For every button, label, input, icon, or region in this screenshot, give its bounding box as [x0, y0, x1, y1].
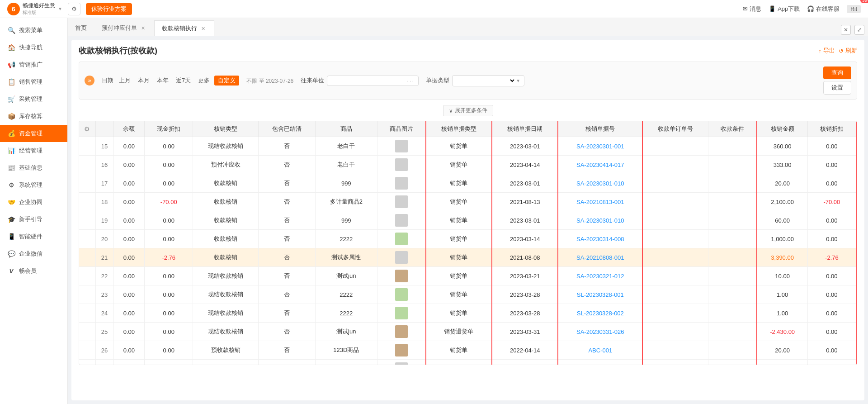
sidebar-item-operation[interactable]: 📊 经营管理 [0, 142, 67, 159]
table-row: 18 0.00 -70.00 收款核销 否 多计量商品2 销货单 2021-08… [79, 193, 856, 211]
col-bill-no-cell[interactable]: SL-20230328-001 [558, 285, 642, 304]
sidebar-item-label: 营销推广 [19, 61, 42, 69]
col-num-cell: 21 [95, 248, 113, 267]
sidebar-item-inventory[interactable]: 📦 库存核算 [0, 108, 67, 125]
filter-settings-button[interactable]: 设置 [823, 81, 851, 95]
col-bill-no-cell[interactable]: SA-20210808-001 [558, 248, 642, 267]
col-cancel-amount-cell: -2,430.00 [757, 323, 807, 341]
sidebar-item-member[interactable]: V 畅会员 [0, 262, 67, 280]
col-goods-cell: 999 [316, 211, 377, 230]
partner-input-wrap: ··· [327, 76, 419, 86]
date-jin7[interactable]: 近7天 [173, 76, 193, 86]
col-include-closed-header: 包含已结清 [259, 121, 316, 137]
col-bill-type-cell: 销货单 [426, 211, 492, 230]
date-nian[interactable]: 本年 [154, 76, 171, 86]
col-bill-type-cell: 销货单 [426, 174, 492, 193]
tab-prepay-close[interactable]: ✕ [140, 25, 146, 32]
col-bill-no-cell[interactable]: SA-20230321-012 [558, 267, 642, 285]
col-settings-header[interactable]: ⚙ [79, 121, 95, 137]
col-bill-no-cell[interactable]: SA-20230414-017 [558, 156, 642, 174]
col-receipt-order-cell [642, 360, 708, 366]
sidebar-item-label: 经营管理 [19, 147, 42, 155]
table-row: 21 0.00 -2.76 收款核销 否 测试多属性 销货单 2021-08-0… [79, 248, 856, 267]
tab-home[interactable]: 首页 [68, 20, 94, 36]
col-include-closed-cell: 否 [259, 193, 316, 211]
app-download-button[interactable]: 📱 App下载 [769, 5, 800, 13]
partner-input[interactable] [331, 77, 407, 84]
col-cancel-type-cell: 现结收款核销 [193, 304, 259, 323]
export-icon: ↑ [819, 48, 822, 54]
date-geng[interactable]: 更多 [195, 76, 212, 86]
sidebar-item-hardware[interactable]: 📱 智能硬件 [0, 228, 67, 245]
user-name[interactable]: Rit [847, 5, 861, 13]
date-shang[interactable]: 上月 [116, 76, 133, 86]
headphone-icon: 🎧 [807, 5, 814, 12]
col-bill-date-cell: 2023-03-14 [492, 230, 558, 248]
col-goods-cell: 老白干 [316, 156, 377, 174]
page-title-row: 收款核销执行(按收款) ↑ 导出 ↺ 刷新 [79, 45, 857, 56]
tab-receipt-close[interactable]: ✕ [200, 25, 207, 32]
sidebar-item-purchase[interactable]: 🛒 采购管理 [0, 90, 67, 108]
tab-expand-button[interactable]: ⤢ [854, 25, 864, 35]
sidebar-item-label: 库存核算 [19, 112, 42, 120]
col-cash-discount-cell: 0.00 [145, 304, 193, 323]
col-bill-no-cell[interactable]: SA-20230301-001 [558, 137, 642, 156]
settings-icon[interactable]: ⚙ [68, 3, 80, 15]
sidebar-item-system[interactable]: ⚙ 系统管理 [0, 176, 67, 194]
order-type-select[interactable] [456, 77, 516, 85]
col-bill-no-cell[interactable]: SA-20230331-026 [558, 323, 642, 341]
col-bill-no-cell[interactable]: ABC-001 [558, 341, 642, 360]
col-cancel-discount-cell: 0.00 [807, 174, 856, 193]
industry-button[interactable]: 休验行业方案 [86, 3, 132, 15]
col-include-closed-cell: 否 [259, 137, 316, 156]
col-bill-type-cell: 销货单 [426, 267, 492, 285]
sidebar-item-guide[interactable]: 🎓 新手引导 [0, 211, 67, 228]
col-goods-header: 商品 [316, 121, 377, 137]
chevron-down-icon: ∨ [449, 108, 453, 114]
sidebar-item-sales[interactable]: 📋 销售管理 [0, 73, 67, 90]
partner-dots[interactable]: ··· [407, 77, 415, 84]
col-balance-cell: 0.00 [113, 323, 145, 341]
col-include-closed-cell: 否 [259, 360, 316, 366]
col-goods-cell: 衣服00001 [316, 360, 377, 366]
sidebar-item-enterprise[interactable]: 🤝 企业协同 [0, 194, 67, 211]
online-service-button[interactable]: 🎧 在线客服 [807, 5, 840, 13]
home-icon: 🏠 [7, 43, 15, 52]
col-bill-no-cell[interactable]: SL-20230328-002 [558, 304, 642, 323]
col-bill-no-cell[interactable]: SA-20230301-010 [558, 211, 642, 230]
sidebar-item-finance[interactable]: 💰 资金管理 [0, 125, 67, 142]
expand-more-button[interactable]: ∨ 展开更多条件 [443, 105, 493, 116]
column-settings-icon[interactable]: ⚙ [84, 125, 90, 133]
refresh-button[interactable]: ↺ 刷新 [839, 47, 857, 55]
col-bill-no-cell[interactable]: SA-20210813-001 [558, 193, 642, 211]
export-button[interactable]: ↑ 导出 [819, 47, 835, 55]
enterprise-icon: 🤝 [7, 198, 15, 206]
query-button[interactable]: 查询 [823, 67, 851, 79]
sidebar-item-nav[interactable]: 🏠 快捷导航 [0, 39, 67, 56]
col-cancel-amount-cell: 2,100.00 [757, 193, 807, 211]
tab-close-all-button[interactable]: ✕ [841, 25, 851, 35]
sidebar-item-label: 系统管理 [19, 181, 42, 189]
tab-receipt[interactable]: 收款核销执行 ✕ [154, 20, 214, 36]
chevron-down-icon: ▼ [516, 78, 520, 83]
col-cancel-amount-cell: 1.00 [757, 304, 807, 323]
filter-expand-button[interactable]: » [85, 76, 94, 86]
brand-dropdown-icon[interactable]: ▼ [58, 6, 62, 11]
operation-icon: 📊 [7, 147, 15, 155]
tab-prepay[interactable]: 预付冲应付单 ✕ [94, 20, 154, 36]
col-cancel-amount-cell: 360.00 [757, 137, 807, 156]
sidebar-item-search[interactable]: 🔍 搜索菜单 [0, 22, 67, 39]
col-num-cell: 26 [95, 341, 113, 360]
message-button[interactable]: ✉ 消息 99+ [743, 5, 761, 13]
col-goods-img-cell [377, 285, 426, 304]
sidebar-item-marketing[interactable]: 📢 营销推广 [0, 56, 67, 73]
col-bill-no-cell[interactable]: SA-20230314-008 [558, 230, 642, 248]
sidebar-item-wechat[interactable]: 💬 企业微信 [0, 245, 67, 262]
col-bill-no-cell[interactable]: SA-20230301-010 [558, 174, 642, 193]
sidebar-item-basic[interactable]: 📰 基础信息 [0, 159, 67, 176]
col-bill-no-cell[interactable]: SL-20230408-001 [558, 360, 642, 366]
date-ben[interactable]: 本月 [135, 76, 152, 86]
date-custom[interactable]: 自定义 [214, 76, 239, 86]
col-settings-cell [79, 360, 95, 366]
col-bill-type-cell: 销货单 [426, 156, 492, 174]
